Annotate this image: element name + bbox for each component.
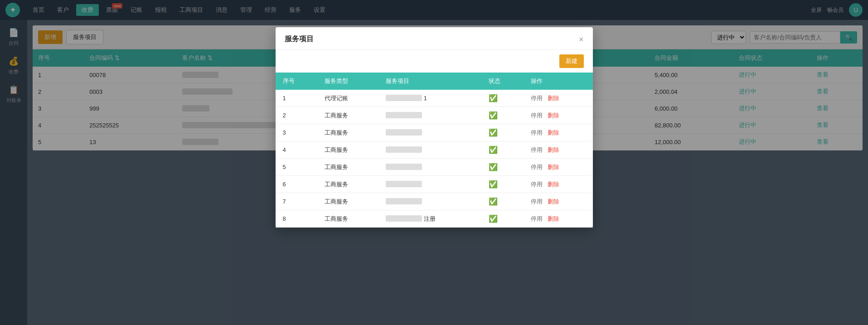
modal-cell-status: ✅: [481, 159, 524, 176]
modal-service-table: 序号 服务类型 服务项目 状态 操作 1 代理记账 1 ✅ 停用 删除: [276, 73, 593, 228]
modal-col-status: 状态: [481, 73, 524, 90]
modal-cell-status: ✅: [481, 141, 524, 159]
modal-cell-seq: 3: [276, 124, 318, 141]
stop-button[interactable]: 停用: [531, 112, 543, 120]
modal-table-row: 4 工商服务 ✅ 停用 删除: [276, 141, 593, 159]
modal-toolbar: 新建: [276, 50, 593, 73]
modal-table-row: 6 工商服务 ✅ 停用 删除: [276, 176, 593, 193]
stop-button[interactable]: 停用: [531, 180, 543, 189]
modal-cell-status: ✅: [481, 107, 524, 124]
modal-cell-seq: 5: [276, 159, 318, 176]
modal-cell-type: 工商服务: [317, 176, 378, 193]
delete-button[interactable]: 删除: [548, 163, 559, 171]
modal-cell-seq: 6: [276, 176, 318, 193]
modal-cell-action: 停用 删除: [524, 107, 593, 124]
delete-button[interactable]: 删除: [548, 215, 559, 223]
modal-cell-status: ✅: [481, 176, 524, 193]
status-check-icon: ✅: [489, 129, 498, 136]
modal-cell-action: 停用 删除: [524, 141, 593, 159]
modal-table-row: 3 工商服务 ✅ 停用 删除: [276, 124, 593, 141]
modal-table-row: 5 工商服务 ✅ 停用 删除: [276, 159, 593, 176]
modal-cell-type: 工商服务: [317, 141, 378, 159]
modal-title: 服务项目: [285, 34, 314, 44]
modal-cell-type: 工商服务: [317, 193, 378, 210]
stop-button[interactable]: 停用: [531, 129, 543, 137]
modal-cell-action: 停用 删除: [524, 90, 593, 107]
modal-cell-item: [378, 107, 481, 124]
modal-col-type: 服务类型: [317, 73, 378, 90]
modal-cell-action: 停用 删除: [524, 210, 593, 228]
modal-cell-item: [378, 159, 481, 176]
service-modal: 服务项目 × 新建 序号 服务类型 服务项目 状态: [276, 27, 593, 228]
stop-button[interactable]: 停用: [531, 163, 543, 171]
modal-cell-action: 停用 删除: [524, 176, 593, 193]
modal-col-item: 服务项目: [378, 73, 481, 90]
modal-cell-item: [378, 176, 481, 193]
modal-cell-seq: 4: [276, 141, 318, 159]
modal-cell-status: ✅: [481, 210, 524, 228]
modal-cell-item: 注册: [378, 210, 481, 228]
modal-cell-type: 代理记账: [317, 90, 378, 107]
modal-cell-item: [378, 193, 481, 210]
modal-cell-type: 工商服务: [317, 159, 378, 176]
status-check-icon: ✅: [489, 180, 498, 188]
stop-button[interactable]: 停用: [531, 198, 543, 206]
modal-cell-type: 工商服务: [317, 124, 378, 141]
modal-table-row: 2 工商服务 ✅ 停用 删除: [276, 107, 593, 124]
modal-cell-action: 停用 删除: [524, 159, 593, 176]
modal-table-row: 8 工商服务 注册 ✅ 停用 删除: [276, 210, 593, 228]
modal-cell-action: 停用 删除: [524, 193, 593, 210]
modal-cell-action: 停用 删除: [524, 124, 593, 141]
status-check-icon: ✅: [489, 112, 498, 119]
delete-button[interactable]: 删除: [548, 94, 559, 102]
modal-body: 序号 服务类型 服务项目 状态 操作 1 代理记账 1 ✅ 停用 删除: [276, 73, 593, 228]
modal-cell-item: 1: [378, 90, 481, 107]
modal-cell-seq: 8: [276, 210, 318, 228]
modal-cell-type: 工商服务: [317, 107, 378, 124]
delete-button[interactable]: 删除: [548, 198, 559, 206]
status-check-icon: ✅: [489, 94, 498, 102]
modal-cell-seq: 7: [276, 193, 318, 210]
modal-cell-seq: 2: [276, 107, 318, 124]
modal-table-row: 1 代理记账 1 ✅ 停用 删除: [276, 90, 593, 107]
status-check-icon: ✅: [489, 198, 498, 205]
modal-cell-status: ✅: [481, 124, 524, 141]
stop-button[interactable]: 停用: [531, 146, 543, 154]
stop-button[interactable]: 停用: [531, 215, 543, 223]
modal-cell-status: ✅: [481, 193, 524, 210]
modal-new-button[interactable]: 新建: [559, 54, 584, 68]
delete-button[interactable]: 删除: [548, 146, 559, 154]
modal-cell-seq: 1: [276, 90, 318, 107]
main-layout: 📄 合同 💰 收费 📋 对账单 新增 服务项目 进行中 已结束 全部: [0, 20, 868, 325]
modal-col-action: 操作: [524, 73, 593, 90]
modal-col-seq: 序号: [276, 73, 318, 90]
modal-header: 服务项目 ×: [276, 27, 593, 50]
delete-button[interactable]: 删除: [548, 180, 559, 189]
modal-cell-status: ✅: [481, 90, 524, 107]
modal-table-row: 7 工商服务 ✅ 停用 删除: [276, 193, 593, 210]
delete-button[interactable]: 删除: [548, 129, 559, 137]
modal-cell-item: [378, 124, 481, 141]
status-check-icon: ✅: [489, 215, 498, 223]
modal-overlay[interactable]: 服务项目 × 新建 序号 服务类型 服务项目 状态: [27, 20, 868, 325]
modal-close-button[interactable]: ×: [579, 35, 584, 44]
modal-cell-type: 工商服务: [317, 210, 378, 228]
modal-header-row: 序号 服务类型 服务项目 状态 操作: [276, 73, 593, 90]
modal-cell-item: [378, 141, 481, 159]
main-content: 新增 服务项目 进行中 已结束 全部 🔍: [27, 20, 868, 325]
stop-button[interactable]: 停用: [531, 94, 543, 102]
status-check-icon: ✅: [489, 163, 498, 171]
delete-button[interactable]: 删除: [548, 112, 559, 120]
status-check-icon: ✅: [489, 146, 498, 154]
